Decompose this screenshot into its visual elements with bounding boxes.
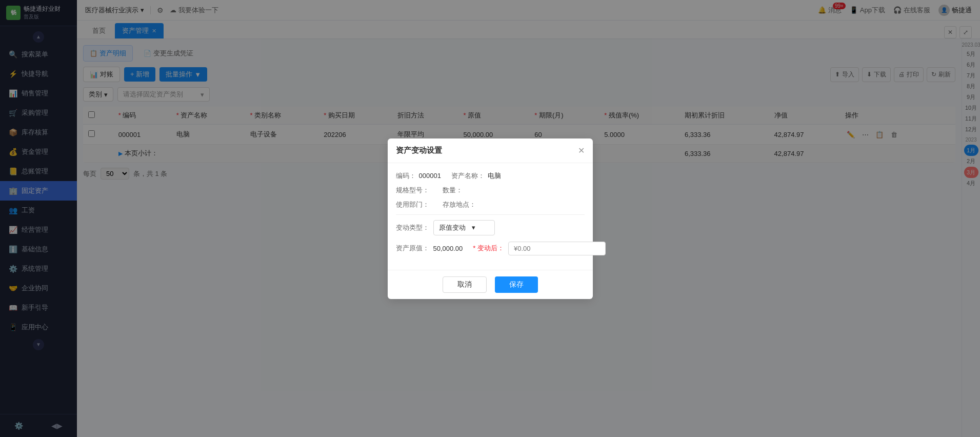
save-button[interactable]: 保存 [495,276,538,293]
original-value-label: 资产原值： [396,244,429,253]
cancel-button[interactable]: 取消 [443,276,487,293]
asset-name-label: 资产名称： [451,171,485,181]
after-change-input[interactable] [508,242,606,255]
asset-name-value: 电脑 [488,171,501,181]
modal-form-row-1: 变动类型： 原值变动 ▾ [396,220,585,235]
code-label: 编码： [396,171,416,181]
dept-label: 使用部门： [396,200,429,209]
after-change-label: * 变动后： [473,244,504,253]
quantity-label: 数量： [443,186,463,195]
modal-close-btn[interactable]: ✕ [578,146,585,155]
modal-info-row-3: 使用部门： 存放地点： [396,200,585,209]
modal-code-item: 编码： 000001 [396,171,441,181]
modal-divider [396,214,585,215]
modal-overlay[interactable]: 资产变动设置 ✕ 编码： 000001 资产名称： 电脑 规格型号： [0,0,980,437]
modal-footer: 取消 保存 [388,270,593,299]
modal-info-row-1: 编码： 000001 资产名称： 电脑 [396,171,585,181]
change-type-select[interactable]: 原值变动 ▾ [433,220,495,235]
modal-spec-item: 规格型号： [396,186,432,195]
spec-label: 规格型号： [396,186,429,195]
change-type-label: 变动类型： [396,223,429,232]
modal-body: 编码： 000001 资产名称： 电脑 规格型号： 数量： [388,163,593,270]
code-value: 000001 [419,172,441,180]
change-type-item: 变动类型： 原值变动 ▾ [396,220,495,235]
location-label: 存放地点： [443,200,476,209]
modal-header: 资产变动设置 ✕ [388,138,593,163]
modal-quantity-item: 数量： [443,186,466,195]
modal-info-row-2: 规格型号： 数量： [396,186,585,195]
original-value-display: 50,000.00 [433,245,463,252]
asset-change-modal: 资产变动设置 ✕ 编码： 000001 资产名称： 电脑 规格型号： [388,138,593,299]
change-type-value: 原值变动 [439,223,466,232]
modal-form-row-2: 资产原值： 50,000.00 * 变动后： [396,242,585,255]
required-icon: * [473,244,477,252]
modal-title: 资产变动设置 [396,146,442,155]
change-type-arrow-icon: ▾ [472,224,475,231]
modal-name-item: 资产名称： 电脑 [451,171,501,181]
after-change-item: * 变动后： [473,242,606,255]
modal-location-item: 存放地点： [443,200,479,209]
modal-dept-item: 使用部门： [396,200,432,209]
original-value-item: 资产原值： 50,000.00 [396,244,463,253]
